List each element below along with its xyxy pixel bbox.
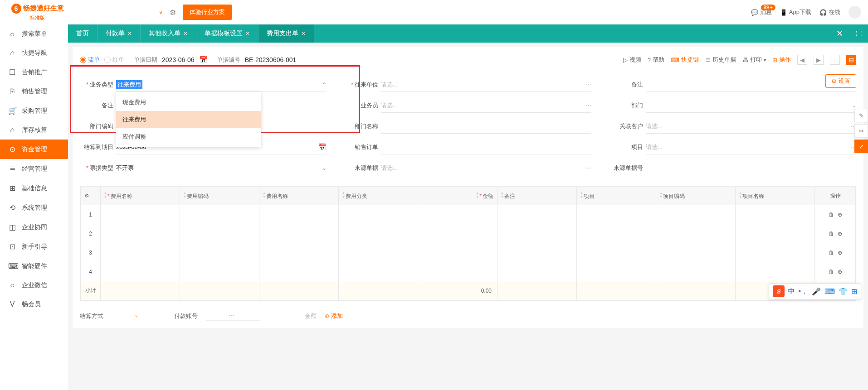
sidebar-item-13[interactable]: ○企业微信 — [0, 276, 68, 295]
sidebar-item-6[interactable]: ⊙资金管理 — [0, 140, 68, 159]
sidebar-item-11[interactable]: ⊡新手引导 — [0, 237, 68, 256]
cell[interactable] — [497, 262, 577, 281]
dept-name-input[interactable] — [381, 119, 591, 134]
sidebar-item-0[interactable]: ⌕搜索菜单 — [0, 24, 68, 43]
tab-3[interactable]: 单据模板设置✕ — [196, 24, 258, 43]
company-dropdown-icon[interactable]: ∨ — [159, 9, 163, 15]
col-8[interactable]: ▴▾项目名称 — [736, 187, 815, 205]
cell[interactable] — [418, 224, 497, 243]
cell[interactable] — [656, 224, 736, 243]
sidebar-item-8[interactable]: ⊞基础信息 — [0, 178, 68, 198]
next-doc-button[interactable]: ▶ — [814, 55, 824, 65]
sidebar-item-9[interactable]: ⟲系统管理 — [0, 198, 68, 217]
more-icon[interactable]: ⋯ — [586, 165, 591, 171]
add-settlement-button[interactable]: ⊕ 添加 — [325, 312, 343, 320]
cell[interactable] — [577, 205, 656, 224]
settings-gear-icon[interactable]: ⚙ — [170, 8, 176, 17]
cell[interactable] — [577, 243, 656, 262]
cell[interactable] — [339, 205, 418, 224]
tab-close-icon[interactable]: ✕ — [127, 30, 132, 37]
view-list-button[interactable]: ≡ — [830, 55, 840, 65]
cell[interactable] — [577, 262, 656, 281]
tabs-expand-icon[interactable]: ⛶ — [849, 30, 868, 37]
col-4[interactable]: ▴▾*金额 — [418, 187, 497, 205]
doc-date-value[interactable]: 2023-06-06 — [162, 56, 195, 63]
cell[interactable] — [339, 262, 418, 281]
ime-mic-icon[interactable]: 🎤 — [812, 287, 821, 296]
cell[interactable] — [656, 262, 736, 281]
tab-0[interactable]: 首页 — [68, 24, 98, 43]
cell[interactable] — [736, 262, 815, 281]
online-service-button[interactable]: 🎧 在线 — [819, 8, 840, 16]
table-row[interactable]: 4🗑⊕ — [81, 262, 856, 281]
sales-order-input[interactable] — [381, 140, 591, 154]
cell[interactable] — [497, 224, 577, 243]
dropdown-option-0[interactable]: 现金费用 — [116, 94, 261, 111]
sidebar-item-5[interactable]: ⌂库存核算 — [0, 120, 68, 140]
more-icon[interactable]: ⋯ — [586, 102, 591, 109]
copy-row-icon[interactable]: ⊕ — [838, 212, 842, 218]
prev-doc-button[interactable]: ◀ — [797, 55, 807, 65]
cell[interactable] — [339, 224, 418, 243]
hotkey-button[interactable]: ⌨快捷键 — [671, 56, 699, 64]
messages-button[interactable]: 💬 消息 99 + — [751, 8, 772, 16]
ime-keyboard-icon[interactable]: ⌨ — [824, 287, 835, 296]
cell[interactable] — [577, 224, 656, 243]
sidebar-item-12[interactable]: ⌨智能硬件 — [0, 256, 68, 276]
edge-expand-button[interactable]: ⤢ — [854, 140, 868, 153]
copy-row-icon[interactable]: ⊕ — [838, 250, 842, 256]
sidebar-item-14[interactable]: V畅会员 — [0, 295, 68, 314]
cell[interactable] — [259, 224, 339, 243]
salesman-select[interactable]: 请选... ⋯ — [381, 98, 591, 113]
col-3[interactable]: ▴▾费用分类 — [339, 187, 418, 205]
cell[interactable] — [101, 262, 180, 281]
cell[interactable] — [736, 205, 815, 224]
experience-button[interactable]: 体验行业方案 — [183, 5, 232, 20]
rel-cust-select[interactable]: 请选... ⋯ — [646, 119, 856, 134]
cell[interactable] — [259, 205, 339, 224]
sidebar-item-1[interactable]: ⌂快捷导航 — [0, 43, 68, 63]
dropdown-option-1[interactable]: 往来费用 — [116, 111, 261, 128]
dept2-select[interactable]: ⌄ — [646, 98, 856, 113]
src-doc-select[interactable]: 请选... ⋯ — [381, 161, 591, 175]
edge-pin-button[interactable]: ✂ — [854, 124, 868, 138]
col-5[interactable]: ▴▾备注 — [497, 187, 577, 205]
tab-2[interactable]: 其他收入单✕ — [141, 24, 196, 43]
table-row[interactable]: 1🗑⊕ — [81, 205, 856, 224]
cell[interactable] — [656, 205, 736, 224]
delete-row-icon[interactable]: 🗑 — [829, 269, 834, 275]
dropdown-option-2[interactable]: 应付调整 — [116, 128, 261, 145]
col-2[interactable]: ▴▾费用名称 — [259, 187, 339, 205]
ime-menu-icon[interactable]: ⊞ — [851, 287, 857, 296]
col-1[interactable]: ▴▾费用编码 — [180, 187, 259, 205]
src-no-input[interactable] — [646, 161, 856, 175]
tab-4[interactable]: 费用支出单✕ — [258, 24, 314, 43]
cell[interactable] — [180, 205, 259, 224]
cell[interactable] — [339, 243, 418, 262]
cell[interactable] — [656, 243, 736, 262]
copy-row-icon[interactable]: ⊕ — [838, 269, 842, 275]
tabs-close-all[interactable]: ✕ — [830, 29, 849, 39]
table-row[interactable]: 3🗑⊕ — [81, 243, 856, 262]
edge-note-button[interactable]: ✎ — [854, 109, 868, 122]
tab-close-icon[interactable]: ✕ — [183, 30, 188, 37]
cell[interactable] — [497, 205, 577, 224]
cell[interactable] — [418, 262, 497, 281]
invoice-type-select[interactable]: 不开票 ⌄ — [116, 161, 327, 175]
print-button[interactable]: 🖶打印▾ — [742, 56, 766, 64]
sidebar-item-3[interactable]: ⎘销售管理 — [0, 82, 68, 101]
copy-row-icon[interactable]: ⊕ — [838, 231, 842, 237]
cell[interactable] — [418, 205, 497, 224]
cell[interactable] — [180, 224, 259, 243]
tab-close-icon[interactable]: ✕ — [245, 30, 250, 37]
cell[interactable] — [259, 262, 339, 281]
sidebar-item-7[interactable]: ≣经营管理 — [0, 159, 68, 178]
ime-punct-icon[interactable]: •， — [798, 287, 808, 296]
help-button[interactable]: ?帮助 — [648, 56, 664, 64]
history-button[interactable]: ☰历史单据 — [705, 56, 736, 64]
cell[interactable] — [101, 224, 180, 243]
remark2-input[interactable] — [646, 77, 856, 92]
col-6[interactable]: ▴▾项目 — [577, 187, 656, 205]
cell[interactable] — [736, 243, 815, 262]
ime-lang[interactable]: 中 — [788, 287, 795, 295]
